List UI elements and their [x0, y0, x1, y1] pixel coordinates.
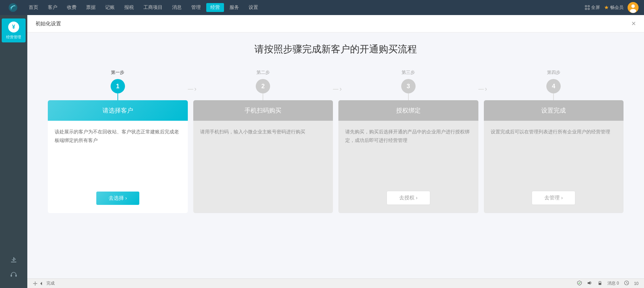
- svg-rect-12: [11, 275, 12, 277]
- svg-rect-17: [588, 282, 589, 284]
- card-1-footer: 去选择 ›: [48, 186, 188, 213]
- step-4-circle: 4: [546, 79, 561, 93]
- svg-marker-16: [40, 282, 42, 285]
- nav-manage[interactable]: 管理: [187, 3, 205, 12]
- card-2-header: 手机扫码购买: [193, 100, 333, 121]
- step-header-1: 第一步 1: [48, 69, 188, 100]
- close-button[interactable]: ×: [631, 20, 636, 27]
- step-4-connector-down: [553, 93, 554, 100]
- step-3-circle: 3: [401, 79, 416, 93]
- step-2-label: 第二步: [256, 69, 270, 76]
- go-auth-button[interactable]: 去授权 ›: [387, 191, 430, 205]
- sidebar-bottom: [8, 254, 20, 288]
- nav-business[interactable]: 工商项目: [139, 3, 167, 12]
- step-3-connector-down: [408, 93, 409, 100]
- message-count: 消息 0: [607, 280, 619, 286]
- sidebar-item-operation[interactable]: ¥ 经营管理: [2, 18, 26, 42]
- step-2-circle: 2: [256, 79, 270, 93]
- download-icon[interactable]: [8, 254, 20, 266]
- step-2-connector-down: [263, 93, 263, 100]
- clock-icon: [624, 280, 629, 287]
- card-3-header: 授权绑定: [338, 100, 478, 121]
- headset-icon[interactable]: [8, 269, 20, 281]
- card-3-footer: 去授权 ›: [338, 185, 478, 213]
- step-header-4: 第四步 4: [484, 69, 624, 100]
- step-1-circle: 1: [111, 79, 125, 93]
- content-area: 初始化设置 × 请按照步骤完成新客户的开通购买流程 第一步 1 ›: [27, 15, 644, 288]
- cards-row: 请选择客户 该处展示的客户为不在回收站、客户状态正常建账后完成老板端绑定的所有客…: [48, 100, 624, 213]
- nav-operation[interactable]: 经营: [206, 3, 224, 12]
- card-1-body: 该处展示的客户为不在回收站、客户状态正常建账后完成老板端绑定的所有客户: [48, 121, 188, 186]
- step-1-label: 第一步: [111, 69, 124, 76]
- card-2-footer: [193, 199, 333, 213]
- svg-rect-3: [585, 8, 587, 10]
- svg-rect-4: [588, 8, 589, 10]
- svg-marker-5: [604, 5, 608, 9]
- card-3-body: 请先购买，购买后选择开通的产品中的企业用户进行授权绑定，成功后即可进行经营管理: [338, 121, 478, 185]
- shield-icon: [577, 280, 582, 287]
- step-header-2: 第二步 2: [193, 69, 333, 100]
- connector-2-3: ›: [333, 89, 338, 90]
- page-title: 初始化设置: [36, 21, 61, 27]
- svg-point-8: [630, 9, 636, 13]
- step-4-label: 第四步: [547, 69, 560, 76]
- step-3-label: 第三步: [402, 69, 415, 76]
- go-select-button[interactable]: 去选择 ›: [96, 192, 139, 205]
- step-card-3: 授权绑定 请先购买，购买后选择开通的产品中的企业用户进行授权绑定，成功后即可进行…: [338, 100, 478, 213]
- status-left: 完成: [33, 280, 55, 286]
- fullscreen-btn[interactable]: 全屏: [585, 4, 600, 11]
- card-4-body: 设置完成后可以在管理列表进行所有企业用户的经营管理: [484, 121, 624, 185]
- lock-icon: [597, 280, 603, 287]
- user-avatar[interactable]: [628, 2, 639, 13]
- svg-rect-19: [599, 283, 601, 285]
- card-4-footer: 去管理 ›: [484, 185, 624, 213]
- svg-rect-9: [11, 262, 16, 262]
- svg-rect-1: [585, 5, 587, 7]
- status-bar: 完成 消息 0 10: [27, 278, 644, 288]
- svg-marker-18: [589, 281, 590, 285]
- nav-home[interactable]: 首页: [25, 3, 42, 12]
- nav-service[interactable]: 服务: [225, 3, 243, 12]
- main-title: 请按照步骤完成新客户的开通购买流程: [41, 43, 630, 56]
- status-text: 完成: [46, 280, 55, 286]
- content-body: 请按照步骤完成新客户的开通购买流程 第一步 1 ›: [27, 32, 644, 278]
- nav-tax[interactable]: 报税: [120, 3, 138, 12]
- operation-icon: ¥: [8, 22, 19, 32]
- card-2-body: 请用手机扫码，输入小微企业主账号密码进行购买: [193, 121, 333, 199]
- nav-fee[interactable]: 收费: [63, 3, 81, 12]
- connector-1-2: ›: [188, 89, 193, 90]
- step-header-3: 第三步 3: [338, 69, 478, 100]
- steps-header: 第一步 1 › 第二步 2 ›: [48, 69, 624, 100]
- connector-3-4: ›: [478, 89, 484, 90]
- svg-rect-2: [588, 5, 589, 7]
- nav-settings[interactable]: 设置: [244, 3, 262, 12]
- steps-container: 第一步 1 › 第二步 2 ›: [41, 69, 630, 213]
- step-card-1: 请选择客户 该处展示的客户为不在回收站、客户状态正常建账后完成老板端绑定的所有客…: [48, 100, 188, 213]
- step-1-connector-down: [117, 93, 118, 100]
- go-manage-button[interactable]: 去管理 ›: [532, 191, 575, 205]
- content-header: 初始化设置 ×: [27, 15, 644, 32]
- step-card-4: 设置完成 设置完成后可以在管理列表进行所有企业用户的经营管理 去管理 ›: [484, 100, 624, 213]
- svg-point-7: [631, 4, 635, 8]
- volume-icon[interactable]: [587, 280, 592, 287]
- top-nav: 首页 客户 收费 票据 记账 报税 工商项目 消息 管理 经营 服务 设置 全屏…: [0, 0, 644, 15]
- nav-account[interactable]: 记账: [101, 3, 119, 12]
- svg-point-0: [9, 3, 17, 12]
- card-4-header: 设置完成: [484, 100, 624, 121]
- nav-message[interactable]: 消息: [168, 3, 186, 12]
- time-display: 10: [634, 281, 639, 286]
- status-right: 消息 0 10: [577, 280, 639, 287]
- card-1-header: 请选择客户: [48, 100, 188, 121]
- main-layout: ¥ 经营管理 初始化设置 × 请按照步骤完成新客户的开通购买流程: [0, 15, 644, 288]
- svg-rect-13: [15, 275, 17, 277]
- member-btn[interactable]: 畅会员: [604, 4, 624, 11]
- app-logo: [5, 0, 20, 15]
- step-card-2: 手机扫码购买 请用手机扫码，输入小微企业主账号密码进行购买: [193, 100, 333, 213]
- sidebar-item-label: 经营管理: [6, 35, 21, 39]
- nav-customer[interactable]: 客户: [44, 3, 61, 12]
- sidebar: ¥ 经营管理: [0, 15, 27, 288]
- svg-line-22: [627, 283, 628, 284]
- nav-invoice[interactable]: 票据: [82, 3, 100, 12]
